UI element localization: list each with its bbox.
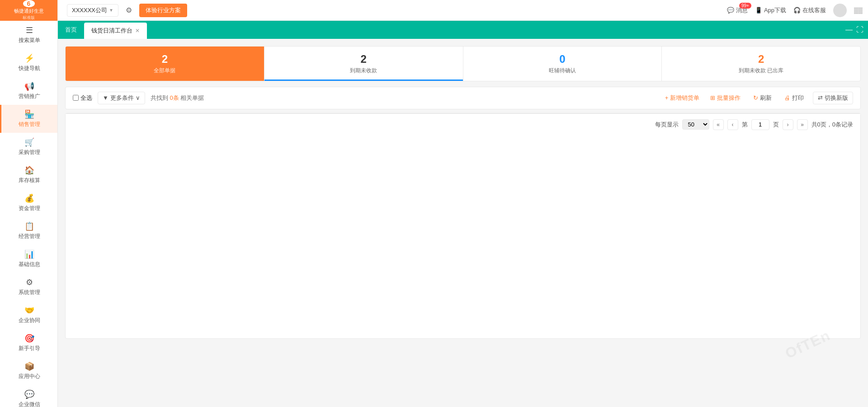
filter-button[interactable]: ▼ 更多条件 ∨ [98,92,145,104]
logo-sub: 标准版 [23,15,35,21]
select-all-input[interactable] [73,95,79,101]
sidebar-item-label-wechat: 企业微信 [19,401,40,407]
sidebar-item-label-search: 搜索菜单 [19,37,40,44]
per-page-select[interactable]: 50 100 200 [682,119,709,130]
sidebar-item-purchase[interactable]: 🛒 采购管理 [0,133,57,161]
sidebar-item-system[interactable]: ⚙ 系统管理 [0,273,57,301]
system-icon: ⚙ [26,277,33,287]
marketing-icon: 📢 [24,81,34,91]
sidebar-item-label-marketing: 营销推广 [19,93,40,100]
sidebar: 6 畅捷通好生意 标准版 ☰ 搜索菜单 ⚡ 快捷导航 📢 营销推广 🏪 销售管理… [0,0,58,407]
sidebar-item-label-quick-nav: 快捷导航 [19,65,40,72]
company-name: XXXXXX公司 [72,6,107,14]
search-icon: ☰ [26,25,33,35]
per-page-label: 每页显示 [655,121,679,129]
pagination-bar: 每页显示 50 100 200 « ‹ 第 页 › » 共0页，0条记录 [66,113,860,136]
window-minimize-icon[interactable]: — [845,26,853,34]
card-overdue[interactable]: 2 到期未收款 [264,47,463,81]
sidebar-item-operations[interactable]: 📋 经营管理 [0,217,57,245]
tab-home-label: 首页 [65,26,77,34]
sidebar-item-label-enterprise: 企业协同 [19,317,40,324]
batch-icon: ⊞ [710,94,715,101]
prev-page-button[interactable]: ‹ [727,119,738,130]
user-avatar[interactable] [833,4,847,17]
card-all[interactable]: 2 全部单据 [66,47,264,81]
inventory-icon: 🏠 [24,165,34,175]
top-bar: XXXXXX公司 ▼ ⚙ 体验行业方案 💬 消息 99 📱 App下载 🎧 在线… [58,0,868,21]
refresh-button[interactable]: ↻ 刷新 [750,92,775,104]
sidebar-item-app-center[interactable]: 📦 应用中心 [0,357,57,385]
settings-button[interactable]: ⚙ [122,4,136,17]
sidebar-item-inventory[interactable]: 🏠 库存核算 [0,161,57,189]
add-sale-order-button[interactable]: + 新增销货单 [663,92,701,104]
main-content: 2 全部单据 2 到期未收款 0 旺辅待确认 2 到期未收款 已出库 全选 ▼ … [58,39,868,407]
sidebar-item-marketing[interactable]: 📢 营销推广 [0,77,57,105]
sidebar-logo: 6 畅捷通好生意 标准版 [0,0,57,21]
tab-workbench[interactable]: 钱货日清工作台 ✕ [84,23,147,39]
sidebar-item-label-purchase: 采购管理 [19,149,40,156]
message-icon: 💬 [727,7,734,14]
online-service-item[interactable]: 🎧 在线客服 [793,6,826,14]
print-icon: 🖨 [784,94,790,101]
print-button[interactable]: 🖨 打印 [781,92,807,104]
window-maximize-icon[interactable]: ⛶ [856,26,863,34]
card-pending-label: 旺辅待确认 [472,67,653,75]
phone-icon: 📱 [755,7,762,14]
page-input[interactable] [751,119,769,130]
tab-workbench-label: 钱货日清工作台 [91,27,132,35]
tab-close-icon[interactable]: ✕ [135,28,140,34]
chevron-down-icon: ▼ [109,8,113,13]
user-name-item[interactable]: ▓▓ [854,7,863,14]
headset-icon: 🎧 [793,7,801,14]
select-all-checkbox[interactable]: 全选 [73,94,92,102]
page-suffix: 页 [773,121,779,129]
company-selector[interactable]: XXXXXX公司 ▼ [67,4,118,17]
summary-cards: 2 全部单据 2 到期未收款 0 旺辅待确认 2 到期未收款 已出库 [65,46,861,81]
select-all-label: 全选 [80,94,92,102]
sidebar-item-search[interactable]: ☰ 搜索菜单 [0,21,57,49]
enterprise-icon: 🤝 [24,305,34,315]
card-overdue-shipped-label: 到期未收款 已出库 [671,67,851,75]
filter-icon: ▼ [103,94,108,101]
app-download-item[interactable]: 📱 App下载 [755,6,786,14]
sidebar-item-label-app-center: 应用中心 [19,373,40,380]
basic-info-icon: 📊 [24,249,34,259]
first-page-button[interactable]: « [713,119,724,130]
sidebar-item-guide[interactable]: 🎯 新手引导 [0,329,57,357]
batch-operation-button[interactable]: ⊞ 批量操作 [707,92,744,104]
next-page-button[interactable]: › [783,119,793,130]
app-download-label: App下载 [764,6,786,14]
sidebar-item-enterprise[interactable]: 🤝 企业协同 [0,301,57,329]
card-pending[interactable]: 0 旺辅待确认 [463,47,662,81]
card-overdue-label: 到期未收款 [274,67,454,75]
switch-icon: ⇄ [818,94,823,101]
app-center-icon: 📦 [24,361,34,371]
experience-button[interactable]: 体验行业方案 [139,4,187,17]
finance-icon: 💰 [24,193,34,203]
sidebar-item-label-operations: 经营管理 [19,233,40,240]
logo-icon: 6 [23,0,35,7]
toolbar-right: + 新增销货单 ⊞ 批量操作 ↻ 刷新 🖨 打印 ⇄ 切换新版 [663,92,853,104]
switch-new-version-button[interactable]: ⇄ 切换新版 [813,92,853,104]
sidebar-item-quick-nav[interactable]: ⚡ 快捷导航 [0,49,57,77]
page-label: 第 [742,121,748,129]
sidebar-item-label-inventory: 库存核算 [19,177,40,184]
sales-icon: 🏪 [24,109,34,119]
card-all-label: 全部单据 [75,67,255,75]
toolbar: 全选 ▼ 更多条件 ∨ 共找到 0条 相关单据 + 新增销货单 ⊞ 批量操作 ↻… [65,87,861,109]
sidebar-item-label-guide: 新手引导 [19,345,40,352]
sidebar-item-basic-info[interactable]: 📊 基础信息 [0,245,57,273]
table-area: 每页显示 50 100 200 « ‹ 第 页 › » 共0页，0条记录 [65,113,861,339]
refresh-icon: ↻ [753,94,758,101]
tab-home[interactable]: 首页 [58,21,84,39]
tabs-window-controls: — ⛶ [845,21,868,39]
last-page-button[interactable]: » [797,119,808,130]
card-pending-number: 0 [472,53,653,66]
sidebar-item-finance[interactable]: 💰 资金管理 [0,189,57,217]
message-item[interactable]: 💬 消息 99 [727,6,748,14]
sidebar-item-sales[interactable]: 🏪 销售管理 [0,105,57,133]
found-count: 0条 [170,94,179,101]
card-all-number: 2 [75,53,255,66]
card-overdue-shipped[interactable]: 2 到期未收款 已出库 [662,47,860,81]
sidebar-item-wechat[interactable]: 💬 企业微信 [0,385,57,407]
